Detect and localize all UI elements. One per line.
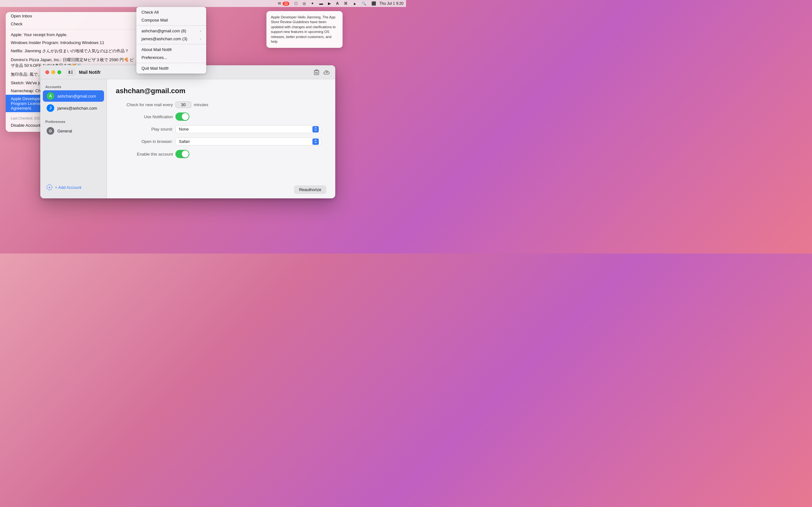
sidebar-bottom: + + Add Account	[40, 180, 107, 194]
svg-rect-3	[71, 73, 73, 74]
mail-item-windows[interactable]: Windows Insider Program: Introducing Win…	[6, 39, 142, 47]
dropdown-separator-1	[136, 25, 206, 26]
traffic-lights	[45, 70, 61, 74]
minimize-button[interactable]	[51, 70, 55, 74]
open-browser-row: Open in browser: Safari	[116, 137, 326, 146]
check-interval-row: Check for new mail every 30 minutes	[116, 101, 326, 108]
trash-button[interactable]	[313, 69, 320, 76]
notification-text: Apple Developer Hello Jianming, The App …	[271, 15, 336, 43]
mail-check[interactable]: Check	[6, 20, 142, 28]
add-icon: +	[47, 184, 52, 190]
reauthorize-button[interactable]: Reauthorize	[294, 185, 326, 194]
mail-item-netflix[interactable]: Netflix: Jianming さんがお住まいの地域で人気なのはどの作品？	[6, 47, 142, 55]
dropdown-about[interactable]: About Mail Notifr	[136, 46, 206, 54]
menubar-search[interactable]: 🔍	[360, 1, 368, 6]
maximize-button[interactable]	[57, 70, 61, 74]
dropdown-account-james[interactable]: james@ashchan.com (3) ›	[136, 35, 206, 43]
menubar-icon-3[interactable]: ✦	[309, 1, 316, 6]
svg-rect-2	[71, 72, 73, 72]
open-browser-select-wrapper: Safari	[175, 137, 321, 146]
enable-account-row: Enable this account	[116, 150, 326, 158]
sidebar-item-general[interactable]: ⚙ General	[43, 125, 104, 136]
dropdown-account-ashchan-label: ashchan@gmail.com (8)	[142, 29, 186, 33]
enable-account-label: Enable this account	[116, 152, 173, 157]
enable-account-toggle[interactable]	[175, 150, 189, 158]
mail-list-separator-1	[6, 29, 142, 30]
window-controls-right	[313, 69, 330, 76]
check-interval-value[interactable]: 30	[175, 101, 191, 108]
menubar-icon-7[interactable]: ⬛	[369, 1, 378, 6]
play-sound-select-wrapper: None	[175, 125, 321, 133]
add-account-button[interactable]: + + Add Account	[43, 182, 104, 192]
open-browser-select[interactable]: Safari	[175, 137, 321, 146]
sidebar-item-james-label: james@ashchan.com	[57, 106, 97, 111]
check-interval-label: Check for new mail every	[116, 102, 173, 107]
svg-rect-0	[68, 71, 70, 74]
play-sound-arrow	[312, 126, 319, 132]
sidebar-item-general-label: General	[57, 129, 72, 133]
open-browser-arrow	[312, 138, 319, 145]
play-sound-row: Play sound: None	[116, 125, 326, 133]
dropdown-separator-3	[136, 63, 206, 63]
submenu-arrow-2: ›	[200, 37, 201, 41]
account-title: ashchan@gmail.com	[116, 87, 326, 95]
gear-icon: ⚙	[47, 127, 54, 135]
use-notification-toggle[interactable]	[175, 112, 189, 121]
sidebar-item-ashchan-label: ashchan@gmail.com	[57, 94, 96, 99]
dropdown-quit[interactable]: Quit Mail Notifr	[136, 64, 206, 72]
mail-badge: 11	[283, 2, 289, 6]
dropdown-preferences[interactable]: Preferences...	[136, 54, 206, 61]
main-panel: ashchan@gmail.com Check for new mail eve…	[107, 79, 335, 199]
dropdown-account-james-label: james@ashchan.com (3)	[142, 37, 188, 41]
add-account-label: + Add Account	[55, 185, 81, 190]
dropdown-compose-mail[interactable]: Compose Mail	[136, 16, 206, 24]
sidebar-toggle[interactable]	[66, 69, 75, 76]
menubar-icon-6[interactable]: A	[334, 1, 341, 6]
mail-notifr-menubar[interactable]: ✉ 11	[276, 1, 291, 6]
dropdown-menu: Check All Compose Mail ashchan@gmail.com…	[136, 7, 206, 73]
preferences-header: Preferences	[40, 118, 107, 125]
menubar-bluetooth[interactable]: ⌘	[342, 1, 350, 6]
close-button[interactable]	[45, 70, 49, 74]
window-title: Mail Notifr	[79, 70, 101, 75]
window-body: Accounts A ashchan@gmail.com J james@ash…	[40, 79, 335, 199]
mail-open-inbox[interactable]: Open Inbox	[6, 12, 142, 20]
cloud-button[interactable]	[323, 69, 330, 76]
accounts-header: Accounts	[40, 83, 107, 90]
use-notification-row: Use Notification	[116, 112, 326, 121]
james-avatar: J	[47, 104, 54, 112]
svg-rect-1	[71, 71, 73, 71]
play-sound-select[interactable]: None	[175, 125, 321, 133]
toggle-knob-notification	[182, 113, 189, 120]
menubar-icon-1[interactable]: ⬡	[293, 1, 299, 6]
sidebar-item-ashchan[interactable]: A ashchan@gmail.com	[43, 90, 104, 102]
dropdown-account-ashchan[interactable]: ashchan@gmail.com (8) ›	[136, 27, 206, 35]
menubar: ✉ 11 ⬡ ◎ ✦ ▬ ▶ A ⌘ ▲ 🔍 ⬛ Thu Jul 1 9:20	[0, 0, 406, 7]
mail-item-apple-receipt[interactable]: Apple: Your receipt from Apple.	[6, 31, 142, 39]
play-sound-label: Play sound:	[116, 127, 173, 131]
menubar-wifi[interactable]: ▲	[351, 1, 358, 6]
menubar-icon-2[interactable]: ◎	[301, 1, 308, 6]
open-browser-label: Open in browser:	[116, 139, 173, 144]
notification-popup: Apple Developer Hello Jianming, The App …	[266, 11, 343, 48]
main-footer: Reauthorize	[107, 182, 335, 199]
sidebar-item-james[interactable]: J james@ashchan.com	[43, 102, 104, 114]
menubar-icon-4[interactable]: ▬	[317, 1, 325, 6]
use-notification-label: Use Notification	[116, 114, 173, 119]
sidebar: Accounts A ashchan@gmail.com J james@ash…	[40, 79, 107, 199]
toggle-knob-enable	[182, 151, 189, 158]
app-window: Mail Notifr	[40, 65, 335, 199]
check-interval-unit: minutes	[194, 102, 208, 107]
dropdown-check-all[interactable]: Check All	[136, 8, 206, 16]
ashchan-avatar: A	[47, 92, 54, 100]
menubar-right: ✉ 11 ⬡ ◎ ✦ ▬ ▶ A ⌘ ▲ 🔍 ⬛ Thu Jul 1 9:20	[276, 1, 403, 6]
menubar-clock: Thu Jul 1 9:20	[379, 1, 403, 6]
menubar-icon-5[interactable]: ▶	[326, 1, 333, 6]
main-content: ashchan@gmail.com Check for new mail eve…	[107, 79, 335, 182]
dropdown-separator-2	[136, 44, 206, 44]
submenu-arrow-1: ›	[200, 29, 201, 33]
